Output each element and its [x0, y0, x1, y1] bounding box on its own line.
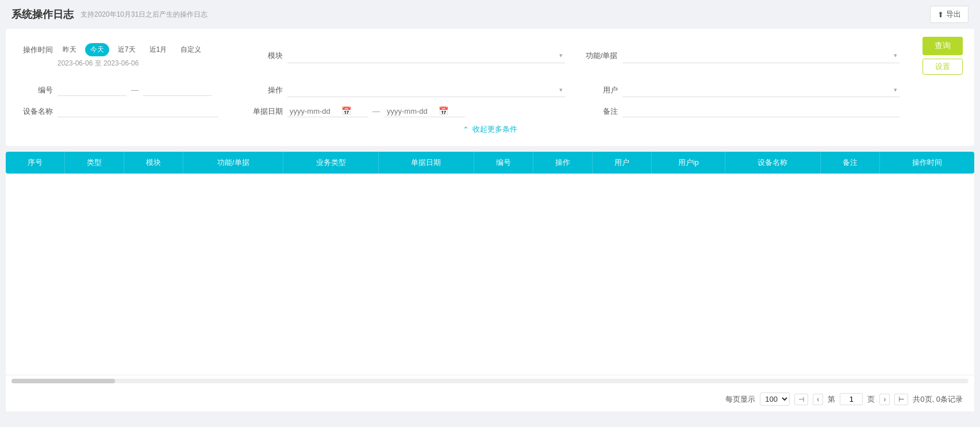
table-container: 序号 类型 模块 功能/单据 业务类型 单据日期 编号 操作 用户 用户ip 设…: [6, 152, 974, 174]
per-page-label: 每页显示: [725, 394, 755, 405]
page-label: 第: [828, 394, 835, 405]
table-header-row: 序号 类型 模块 功能/单据 业务类型 单据日期 编号 操作 用户 用户ip 设…: [6, 152, 974, 174]
col-userip: 用户ip: [652, 152, 725, 174]
filter-row-3: 设备名称 单据日期 📅 — 📅 备注: [17, 105, 963, 117]
module-filter-group: 模块 ▾: [247, 49, 565, 63]
page-unit: 页: [867, 394, 875, 405]
user-value: [625, 84, 894, 95]
docdate-to-wrapper[interactable]: 📅: [385, 105, 465, 117]
func-select[interactable]: ▾: [622, 49, 900, 63]
first-page-button[interactable]: ⊣: [794, 394, 808, 405]
calendar-to-icon[interactable]: 📅: [439, 106, 448, 116]
export-button[interactable]: ⬆ 导出: [930, 6, 969, 23]
docdate-dash: —: [372, 107, 380, 116]
data-table: 序号 类型 模块 功能/单据 业务类型 单据日期 编号 操作 用户 用户ip 设…: [6, 152, 974, 174]
next-page-button[interactable]: ›: [879, 394, 890, 405]
export-icon: ⬆: [937, 10, 944, 19]
page-number-input[interactable]: [840, 393, 863, 405]
module-chevron-icon: ▾: [559, 52, 563, 59]
module-value: [290, 50, 559, 61]
time-btn-yesterday[interactable]: 昨天: [57, 43, 82, 56]
operation-select[interactable]: ▾: [287, 83, 565, 97]
col-module: 模块: [124, 152, 183, 174]
time-filter-top: 操作时间 昨天 今天 近7天 近1月 自定义: [17, 43, 206, 56]
col-remark: 备注: [820, 152, 879, 174]
total-text: 共0页, 0条记录: [913, 394, 963, 405]
prev-page-button[interactable]: ‹: [813, 394, 823, 405]
user-chevron-icon: ▾: [894, 86, 897, 94]
number-dash: —: [131, 86, 139, 94]
user-label: 用户: [582, 85, 622, 95]
col-func: 功能/单据: [183, 152, 283, 174]
time-btn-1month[interactable]: 近1月: [144, 43, 172, 56]
action-buttons: 查询 设置: [923, 37, 963, 75]
user-filter-group: 用户 ▾: [582, 83, 900, 97]
col-number: 编号: [474, 152, 533, 174]
number-label: 编号: [17, 85, 57, 95]
operation-value: [290, 84, 559, 95]
filter-panel: 操作时间 昨天 今天 近7天 近1月 自定义 2023-06-06 至 2023…: [6, 29, 974, 146]
date-range-text: 2023-06-06 至 2023-06-06: [57, 59, 139, 68]
page-size-select[interactable]: 100 50 200: [760, 393, 790, 406]
col-biztype: 业务类型: [283, 152, 379, 174]
time-btn-today[interactable]: 今天: [85, 43, 109, 56]
page-title-area: 系统操作日志 支持2020年10月31日之后产生的操作日志: [11, 7, 207, 21]
operation-label: 操作: [247, 85, 287, 95]
page-header: 系统操作日志 支持2020年10月31日之后产生的操作日志 ⬆ 导出: [0, 0, 980, 29]
time-label: 操作时间: [17, 45, 57, 55]
device-filter-group: 设备名称: [17, 106, 247, 117]
col-type: 类型: [64, 152, 124, 174]
page-subtitle: 支持2020年10月31日之后产生的操作日志: [80, 10, 207, 20]
module-select[interactable]: ▾: [287, 49, 565, 63]
operation-chevron-icon: ▾: [559, 86, 563, 94]
calendar-from-icon[interactable]: 📅: [341, 106, 351, 116]
number-input-from[interactable]: [57, 84, 126, 96]
last-page-button[interactable]: ⊢: [894, 394, 908, 405]
page-title: 系统操作日志: [11, 7, 74, 21]
collapse-label: 收起更多条件: [472, 124, 517, 134]
device-input[interactable]: [57, 106, 218, 117]
func-chevron-icon: ▾: [894, 52, 897, 59]
user-select[interactable]: ▾: [622, 83, 900, 97]
func-value: [625, 50, 894, 61]
docdate-from-wrapper[interactable]: 📅: [287, 105, 368, 117]
query-button[interactable]: 查询: [923, 37, 963, 55]
module-label: 模块: [247, 51, 287, 61]
collapse-button[interactable]: ⌃ 收起更多条件: [17, 121, 963, 138]
time-btn-7days[interactable]: 近7天: [113, 43, 141, 56]
col-docdate: 单据日期: [379, 152, 474, 174]
remark-filter-group: 备注: [582, 106, 900, 117]
collapse-arrow-icon: ⌃: [463, 125, 469, 134]
time-btn-custom[interactable]: 自定义: [175, 43, 206, 56]
filter-row-2: 编号 — 操作 ▾ 用户 ▾: [17, 83, 963, 97]
scrollbar-track: [11, 379, 969, 383]
operation-filter-group: 操作 ▾: [247, 83, 565, 97]
col-seq: 序号: [6, 152, 64, 174]
time-buttons: 昨天 今天 近7天 近1月 自定义: [57, 43, 206, 56]
filter-row-1: 操作时间 昨天 今天 近7天 近1月 自定义 2023-06-06 至 2023…: [17, 37, 963, 75]
time-date-range: 2023-06-06 至 2023-06-06: [17, 59, 139, 68]
export-label: 导出: [946, 9, 961, 20]
docdate-to-input[interactable]: [387, 107, 439, 116]
scrollbar-area: [6, 375, 974, 387]
col-optime: 操作时间: [879, 152, 974, 174]
docdate-label: 单据日期: [247, 106, 287, 117]
empty-area: [6, 174, 974, 375]
settings-button[interactable]: 设置: [923, 59, 963, 75]
docdate-filter-group: 单据日期 📅 — 📅: [247, 105, 565, 117]
col-operation: 操作: [533, 152, 592, 174]
device-label: 设备名称: [17, 106, 57, 117]
scrollbar-thumb[interactable]: [11, 379, 115, 383]
func-filter-group: 功能/单据 ▾: [582, 49, 900, 63]
remark-input[interactable]: [622, 106, 900, 117]
func-label: 功能/单据: [582, 51, 622, 61]
col-device: 设备名称: [725, 152, 820, 174]
number-input-to[interactable]: [143, 84, 212, 96]
table-header: 序号 类型 模块 功能/单据 业务类型 单据日期 编号 操作 用户 用户ip 设…: [6, 152, 974, 174]
docdate-from-input[interactable]: [290, 107, 341, 116]
pagination-bar: 每页显示 100 50 200 ⊣ ‹ 第 页 › ⊢ 共0页, 0条记录: [6, 387, 974, 411]
col-user: 用户: [593, 152, 652, 174]
remark-label: 备注: [582, 106, 622, 117]
time-filter-group: 操作时间 昨天 今天 近7天 近1月 自定义 2023-06-06 至 2023…: [17, 43, 247, 68]
number-filter-group: 编号 —: [17, 84, 247, 96]
